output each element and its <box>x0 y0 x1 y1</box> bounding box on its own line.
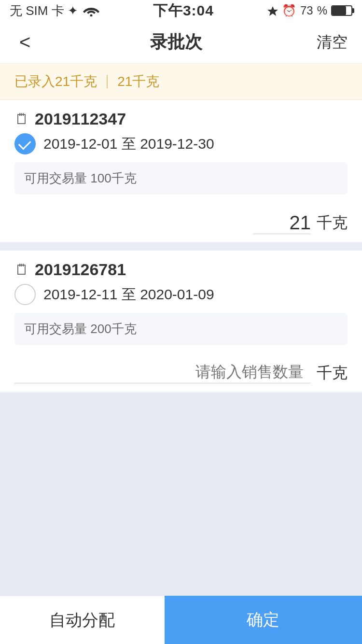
section-separator <box>0 243 362 251</box>
batch-1-date: 2019-12-01 至 2019-12-30 <box>43 134 214 154</box>
status-bar: 无 SIM 卡 ✦ 下午3:04 ⏰ 73% <box>0 0 362 21</box>
empty-area <box>0 392 362 615</box>
batch-2-date-row: 2019-12-11 至 2020-01-09 <box>0 284 362 313</box>
batch-1-date-row: 2019-12-01 至 2019-12-30 <box>0 133 362 162</box>
batch-1-unit: 千克 <box>317 212 348 234</box>
location-icon <box>267 5 278 16</box>
batch-2-date: 2019-12-11 至 2020-01-09 <box>43 285 214 305</box>
batch-2-avail: 可用交易量 200千克 <box>14 313 348 345</box>
batch-2-radio[interactable] <box>14 284 36 305</box>
batch-2-input-underline <box>14 363 311 383</box>
batch-1-qty-underline: 21 <box>253 212 311 234</box>
info-banner: 已录入21千克 21千克 <box>0 64 362 100</box>
status-right: ⏰ 73% <box>267 4 352 17</box>
back-button[interactable]: < <box>14 27 35 58</box>
sim-text: 无 SIM 卡 ✦ <box>10 2 78 19</box>
svg-point-0 <box>90 14 92 17</box>
batch-1-avail: 可用交易量 100千克 <box>14 162 348 195</box>
batch-2-qty-input[interactable] <box>166 363 311 381</box>
bottom-bar: 自动分配 确定 <box>0 596 362 644</box>
batch-card-1: 🗒 2019112347 2019-12-01 至 2019-12-30 可用交… <box>0 100 362 242</box>
page-title: 录批次 <box>150 30 202 54</box>
batch-2-id: 2019126781 <box>35 260 126 279</box>
banner-divider <box>107 75 108 88</box>
batch-1-radio[interactable] <box>14 133 36 154</box>
batch-1-qty-value: 21 <box>290 212 311 233</box>
doc-icon-1: 🗒 <box>14 111 29 127</box>
batch-2-unit: 千克 <box>317 363 348 384</box>
batch-1-qty-row: 21 千克 <box>0 204 362 242</box>
batch-1-header: 🗒 2019112347 <box>0 100 362 133</box>
status-time: 下午3:04 <box>153 1 214 21</box>
status-left: 无 SIM 卡 ✦ <box>10 2 99 19</box>
battery-icon <box>331 5 352 16</box>
batch-1-id: 2019112347 <box>35 110 126 128</box>
recorded-label: 已录入21千克 <box>14 72 97 91</box>
clear-button[interactable]: 清空 <box>317 32 348 53</box>
wifi-icon <box>83 5 99 16</box>
doc-icon-2: 🗒 <box>14 262 29 278</box>
batch-2-input-row: 千克 <box>0 355 362 392</box>
alarm-icon: ⏰ <box>282 4 296 17</box>
nav-bar: < 录批次 清空 <box>0 21 362 64</box>
batch-card-2: 🗒 2019126781 2019-12-11 至 2020-01-09 可用交… <box>0 251 362 392</box>
battery-percent: 73 <box>300 4 313 17</box>
svg-marker-1 <box>267 6 278 16</box>
batch-2-header: 🗒 2019126781 <box>0 251 362 284</box>
total-label: 21千克 <box>117 72 159 91</box>
confirm-button[interactable]: 确定 <box>165 596 362 644</box>
auto-distribute-button[interactable]: 自动分配 <box>0 596 165 644</box>
